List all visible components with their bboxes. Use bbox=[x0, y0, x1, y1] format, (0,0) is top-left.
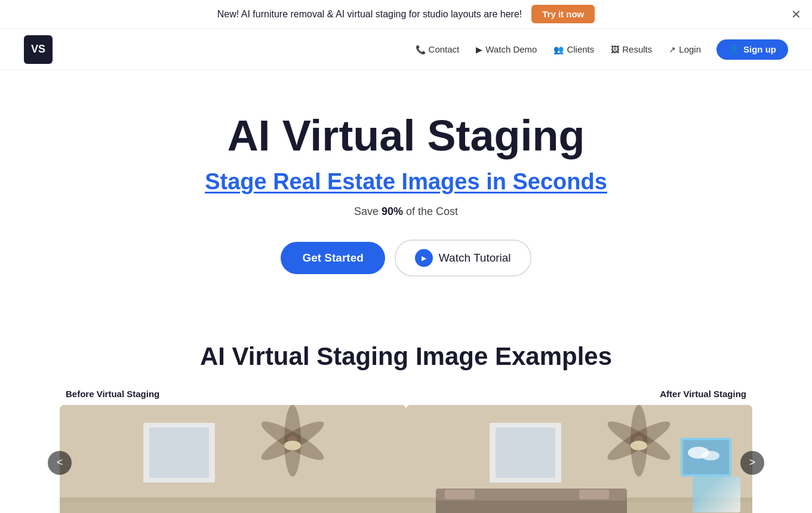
nav-clients[interactable]: 👥 Clients bbox=[548, 41, 600, 58]
svg-point-23 bbox=[702, 451, 719, 460]
announcement-text: New! AI furniture removal & AI virtual s… bbox=[217, 9, 522, 20]
announcement-bar: New! AI furniture removal & AI virtual s… bbox=[0, 0, 812, 29]
save-suffix: of the Cost bbox=[403, 205, 458, 217]
svg-rect-9 bbox=[60, 497, 406, 502]
logo-text: VS bbox=[31, 43, 45, 56]
save-pct: 90% bbox=[382, 205, 403, 217]
svg-rect-27 bbox=[579, 490, 609, 499]
hero-section: AI Virtual Staging Stage Real Estate Ima… bbox=[0, 70, 812, 342]
svg-point-7 bbox=[284, 441, 301, 450]
save-prefix: Save bbox=[354, 205, 382, 217]
after-image bbox=[406, 405, 752, 513]
signup-button[interactable]: 👤 Sign up bbox=[716, 39, 788, 60]
svg-rect-2 bbox=[149, 428, 209, 478]
play-circle-icon: ▶ bbox=[415, 249, 433, 267]
user-icon: 👤 bbox=[728, 44, 740, 55]
play-icon-nav: ▶ bbox=[476, 45, 482, 54]
next-arrow-button[interactable]: > bbox=[740, 451, 764, 475]
nav-results[interactable]: 🖼 Results bbox=[605, 41, 658, 58]
clients-icon: 👥 bbox=[553, 45, 564, 54]
hero-subtitle: Stage Real Estate Images in Seconds bbox=[12, 169, 800, 195]
login-icon: ↗ bbox=[669, 45, 676, 54]
svg-rect-8 bbox=[60, 500, 406, 513]
watch-demo-label: Watch Demo bbox=[485, 44, 537, 54]
clients-label: Clients bbox=[567, 44, 594, 54]
prev-arrow-button[interactable]: < bbox=[48, 451, 72, 475]
examples-wrapper: < Before Virtual Staging bbox=[24, 389, 788, 513]
signup-label: Sign up bbox=[743, 44, 776, 54]
nav-links: 📞 Contact ▶ Watch Demo 👥 Clients 🖼 Resul… bbox=[410, 39, 788, 60]
after-column: After Virtual Staging bbox=[406, 389, 752, 513]
svg-point-17 bbox=[630, 441, 647, 450]
contact-label: Contact bbox=[429, 44, 460, 54]
before-image bbox=[60, 405, 406, 513]
nav-watch-demo[interactable]: ▶ Watch Demo bbox=[470, 41, 543, 58]
before-label: Before Virtual Staging bbox=[60, 389, 406, 399]
watch-tutorial-label: Watch Tutorial bbox=[439, 251, 511, 265]
hero-buttons: Get Started ▶ Watch Tutorial bbox=[12, 239, 800, 277]
results-icon: 🖼 bbox=[611, 45, 619, 54]
hero-title: AI Virtual Staging bbox=[12, 112, 800, 159]
examples-title: AI Virtual Staging Image Examples bbox=[12, 342, 800, 371]
phone-icon: 📞 bbox=[416, 45, 426, 54]
before-column: Before Virtual Staging bbox=[60, 389, 406, 513]
after-label: After Virtual Staging bbox=[406, 389, 752, 399]
watch-tutorial-button[interactable]: ▶ Watch Tutorial bbox=[395, 239, 531, 277]
nav-contact[interactable]: 📞 Contact bbox=[410, 41, 466, 58]
logo[interactable]: VS bbox=[24, 35, 53, 64]
examples-grid: < Before Virtual Staging bbox=[60, 389, 752, 513]
results-label: Results bbox=[622, 44, 652, 54]
svg-rect-26 bbox=[445, 490, 475, 499]
get-started-button[interactable]: Get Started bbox=[281, 242, 385, 274]
login-button[interactable]: ↗ Login bbox=[663, 41, 707, 58]
try-it-now-button[interactable]: Try it now bbox=[531, 5, 595, 23]
hero-save-text: Save 90% of the Cost bbox=[12, 205, 800, 218]
navbar: VS 📞 Contact ▶ Watch Demo 👥 Clients 🖼 Re… bbox=[0, 29, 812, 70]
svg-rect-0 bbox=[60, 405, 406, 513]
examples-section: AI Virtual Staging Image Examples < Befo… bbox=[0, 342, 812, 513]
close-announcement-button[interactable]: ✕ bbox=[791, 8, 801, 20]
svg-rect-12 bbox=[496, 428, 555, 478]
login-label: Login bbox=[679, 44, 701, 54]
